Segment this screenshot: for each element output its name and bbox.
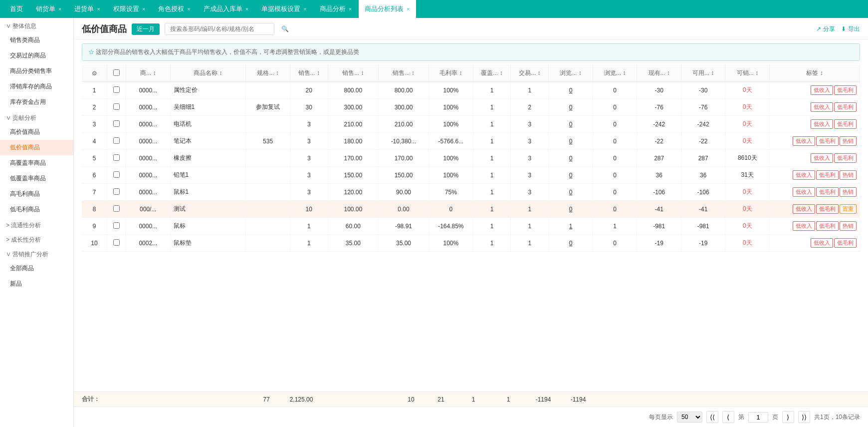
row-checkbox-cell[interactable]: [107, 150, 126, 167]
sidebar-item-traded-products[interactable]: 交易过的商品: [0, 48, 73, 63]
search-input[interactable]: [165, 23, 274, 35]
sidebar-group-marketing[interactable]: ∨ 营销推广分析: [0, 246, 73, 261]
close-icon[interactable]: ×: [245, 6, 248, 12]
sidebar-item-stock-funds[interactable]: 库存资金占用: [0, 94, 73, 110]
close-icon[interactable]: ×: [97, 6, 100, 12]
browse-count1[interactable]: 0: [549, 133, 593, 150]
th-sale-amt[interactable]: 销售... ↕: [328, 65, 378, 82]
row-checkbox[interactable]: [113, 239, 120, 246]
sidebar-item-high-value[interactable]: 高价值商品: [0, 124, 73, 140]
row-checkbox[interactable]: [113, 103, 120, 110]
row-checkbox-cell[interactable]: [107, 116, 126, 133]
close-icon[interactable]: ×: [407, 6, 410, 12]
browse-count1[interactable]: 0: [549, 116, 593, 133]
browse1-value[interactable]: 0: [569, 138, 573, 145]
browse-count1[interactable]: 0: [549, 235, 593, 252]
browse1-value[interactable]: 0: [569, 155, 573, 162]
nav-item-purchase[interactable]: 进货单 ×: [68, 0, 106, 18]
th-trade[interactable]: 交易... ↕: [511, 65, 549, 82]
next-page-button[interactable]: ⟩: [782, 411, 794, 423]
browse1-value[interactable]: 0: [569, 104, 573, 111]
select-all-checkbox[interactable]: [113, 69, 120, 76]
th-margin[interactable]: 毛利率 ↕: [429, 65, 473, 82]
th-code[interactable]: 商... ↕: [126, 65, 171, 82]
nav-item-role[interactable]: 角色授权 ×: [152, 0, 196, 18]
row-checkbox[interactable]: [113, 154, 120, 161]
close-icon[interactable]: ×: [58, 6, 61, 12]
browse-count1[interactable]: 0: [549, 184, 593, 201]
browse1-value[interactable]: 1: [569, 223, 573, 230]
sidebar-item-sales-products[interactable]: 销售类商品: [0, 32, 73, 48]
close-icon[interactable]: ×: [187, 6, 190, 12]
browse1-value[interactable]: 0: [569, 87, 573, 94]
sidebar-group-overview[interactable]: ∨ 整体信息: [0, 18, 73, 32]
sidebar-item-new-products[interactable]: 新品: [0, 276, 73, 292]
th-sale-qty[interactable]: 销售... ↕: [290, 65, 328, 82]
th-spec[interactable]: 规格... ↕: [246, 65, 290, 82]
row-checkbox-cell[interactable]: [107, 99, 126, 116]
sidebar-group-contribution[interactable]: ∨ 贡献分析: [0, 110, 73, 124]
row-checkbox[interactable]: [113, 120, 120, 127]
nav-item-template[interactable]: 单据模板设置 ×: [255, 0, 312, 18]
sidebar-item-slow-moving[interactable]: 滞销库存的商品: [0, 79, 73, 94]
export-button[interactable]: ⬇ 导出: [841, 25, 860, 33]
select-all-header[interactable]: [107, 65, 126, 82]
th-browse2[interactable]: 浏览... ↕: [593, 65, 637, 82]
row-checkbox-cell[interactable]: [107, 184, 126, 201]
page-number-input[interactable]: [748, 412, 768, 423]
browse-count1[interactable]: 0: [549, 99, 593, 116]
sidebar-item-low-margin[interactable]: 低毛利商品: [0, 202, 73, 217]
browse1-value[interactable]: 0: [569, 206, 573, 213]
sidebar-item-low-value[interactable]: 低价值商品: [0, 140, 73, 155]
row-checkbox[interactable]: [113, 171, 120, 178]
row-checkbox-cell[interactable]: [107, 235, 126, 252]
th-sellable[interactable]: 可销... ↕: [725, 65, 770, 82]
sidebar-item-all-products[interactable]: 全部商品: [0, 261, 73, 276]
browse-count1[interactable]: 0: [549, 201, 593, 218]
table-wrapper[interactable]: ⚙ 商... ↕ 商品名称 ↕ 规格... ↕ 销售... ↕ 销售... ↕ …: [74, 65, 868, 392]
th-sale-val[interactable]: 销售... ↕: [378, 65, 429, 82]
browse-count1[interactable]: 0: [549, 150, 593, 167]
row-checkbox[interactable]: [113, 222, 120, 229]
browse-count1[interactable]: 0: [549, 167, 593, 184]
row-checkbox[interactable]: [113, 205, 120, 212]
row-checkbox[interactable]: [113, 188, 120, 195]
browse1-value[interactable]: 0: [569, 189, 573, 196]
row-checkbox-cell[interactable]: [107, 167, 126, 184]
sidebar-item-high-margin[interactable]: 高毛利商品: [0, 186, 73, 202]
th-curr[interactable]: 现有... ↕: [637, 65, 681, 82]
browse1-value[interactable]: 0: [569, 121, 573, 128]
browse-count1[interactable]: 0: [549, 82, 593, 99]
first-page-button[interactable]: ⟨⟨: [706, 411, 718, 423]
nav-item-warehouse[interactable]: 产成品入库单 ×: [198, 0, 254, 18]
th-avail[interactable]: 可用... ↕: [681, 65, 725, 82]
row-checkbox[interactable]: [113, 137, 120, 144]
th-tag[interactable]: 标签 ↕: [770, 65, 860, 82]
share-button[interactable]: ↗ 分享: [816, 25, 835, 33]
row-checkbox-cell[interactable]: [107, 133, 126, 150]
page-size-select[interactable]: 50 100 200: [677, 412, 702, 423]
row-checkbox-cell[interactable]: [107, 201, 126, 218]
browse-count1[interactable]: 1: [549, 218, 593, 235]
sidebar-item-category-rate[interactable]: 商品分类销售率: [0, 63, 73, 79]
sidebar-group-liquidity[interactable]: > 流通性分析: [0, 217, 73, 232]
nav-item-sales[interactable]: 销货单 ×: [30, 0, 67, 18]
nav-item-product-analysis[interactable]: 商品分析 ×: [314, 0, 358, 18]
th-name[interactable]: 商品名称 ↕: [170, 65, 246, 82]
nav-item-product-list[interactable]: 商品分析列表 ×: [359, 0, 416, 18]
settings-icon[interactable]: ⚙: [82, 65, 107, 82]
row-checkbox-cell[interactable]: [107, 82, 126, 99]
th-browse1[interactable]: 浏览... ↕: [549, 65, 593, 82]
nav-item-home[interactable]: 首页: [4, 0, 29, 18]
row-checkbox-cell[interactable]: [107, 218, 126, 235]
close-icon[interactable]: ×: [303, 6, 306, 12]
last-page-button[interactable]: ⟩⟩: [798, 411, 810, 423]
time-filter-button[interactable]: 近一月: [132, 23, 160, 35]
close-icon[interactable]: ×: [349, 6, 352, 12]
nav-item-permission[interactable]: 权限设置 ×: [107, 0, 151, 18]
row-checkbox[interactable]: [113, 86, 120, 93]
prev-page-button[interactable]: ⟨: [722, 411, 734, 423]
close-icon[interactable]: ×: [142, 6, 145, 12]
th-cover[interactable]: 覆盖... ↕: [473, 65, 511, 82]
browse1-value[interactable]: 0: [569, 240, 573, 247]
